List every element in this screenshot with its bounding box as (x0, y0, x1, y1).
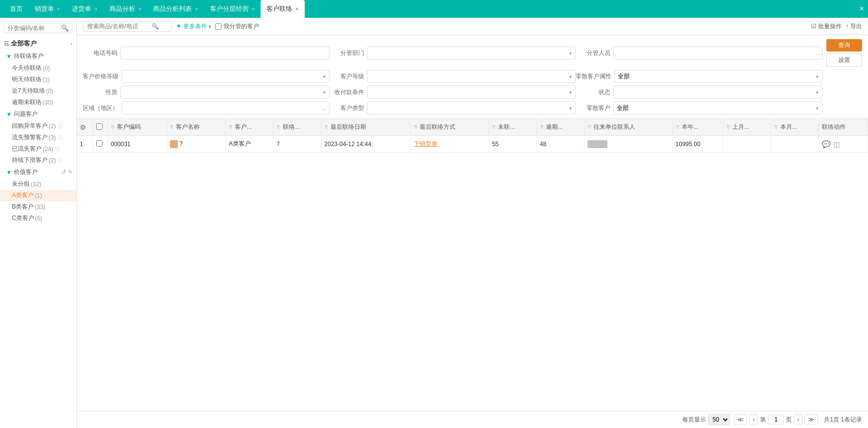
value-header-icons: ↺ ✎ (61, 169, 72, 175)
nav-product-analysis-list[interactable]: 商品分析列表 × (147, 0, 204, 18)
nature-select[interactable] (120, 86, 329, 99)
customer-table-wrap: ⚙ ⠿ 客户编码 ⠿ 客户名称 (77, 119, 868, 411)
repurchase-label: 回购异常客户 (12, 122, 48, 130)
query-button[interactable]: 查询 (826, 39, 862, 52)
th-last-contact-date[interactable]: ⠿ 最后联络日期 (321, 119, 410, 136)
th-contact-count[interactable]: ⠿ 联络... (273, 119, 321, 136)
page-input[interactable] (768, 415, 784, 425)
nav-customer-layer[interactable]: 客户分层经营 × (204, 0, 261, 18)
filter-search-input[interactable] (87, 23, 152, 30)
per-page-select[interactable]: 50 (708, 414, 730, 425)
nav-sales-close[interactable]: × (57, 6, 60, 12)
sidebar-item-7days[interactable]: 近7天待联络 (0) (0, 85, 76, 97)
retail-attr-label: 零散客户属性 (576, 72, 611, 81)
my-customer-checkbox[interactable] (215, 23, 221, 30)
th-overdue[interactable]: ⠿ 逾期... (537, 119, 584, 136)
problem-customers-group[interactable]: ▼ 问题客户 (0, 108, 76, 120)
batch-op-btn[interactable]: ☑ 批量操作 (811, 22, 842, 31)
sidebar-item-churned[interactable]: 已流失客户 (24) ⓘ (0, 143, 76, 155)
th-this-month[interactable]: ⠿ 本月... (771, 119, 818, 136)
th-company-contact[interactable]: ⠿ 往来单位联系人 (584, 119, 672, 136)
nav-product-analysis-list-label: 商品分析列表 (153, 4, 192, 13)
sidebar-item-churn-warning[interactable]: 流失预警客户 (3) ⓘ (0, 132, 76, 143)
filter-cell-person: 分管人员 ... (576, 47, 822, 59)
nav-purchase-close[interactable]: × (94, 6, 97, 12)
td-this-year: 10995.00 (672, 136, 723, 153)
first-page-btn[interactable]: ≪ (734, 415, 747, 425)
th-settings[interactable]: ⚙ (77, 119, 93, 136)
select-all-checkbox[interactable] (96, 123, 103, 130)
close-all-tabs[interactable]: × (860, 4, 864, 13)
retail-attr-select[interactable]: 全部 (614, 70, 822, 83)
payment-select[interactable] (367, 86, 576, 99)
chat-icon[interactable]: 💬 (822, 140, 830, 148)
region-input[interactable]: ... (121, 102, 329, 114)
price-level-select[interactable] (121, 70, 329, 83)
sidebar-item-class-c[interactable]: C类客户 (6) (0, 213, 76, 224)
sidebar-item-declining[interactable]: 持续下滑客户 (2) ⓘ (0, 155, 76, 166)
customer-level-select[interactable] (367, 70, 576, 83)
refresh-icon[interactable]: ↺ (61, 169, 66, 175)
customer-type-select[interactable] (367, 102, 576, 114)
prev-page-btn[interactable]: ‹ (749, 415, 758, 425)
th-action[interactable]: 联络动作 (818, 119, 868, 136)
th-customer-name[interactable]: ⠿ 客户名称 (166, 119, 225, 136)
payment-select-wrap: ▾ (367, 86, 576, 99)
nav-product-analysis-close[interactable]: × (138, 6, 141, 12)
sidebar-collapse-btn[interactable]: ‹ (70, 41, 72, 47)
sidebar-search-input[interactable] (7, 25, 61, 32)
nav-purchase[interactable]: 进货单 × (66, 0, 103, 18)
value-customers-group[interactable]: ▼ 价值客户 ↺ ✎ (0, 166, 76, 178)
last-contact-method-link[interactable]: 下销货单 (414, 140, 437, 147)
today-count: (0) (43, 65, 50, 72)
th-checkbox[interactable] (93, 119, 108, 136)
churned-label: 已流失客户 (12, 145, 42, 153)
7days-count: (0) (46, 88, 54, 95)
th-not-contacted[interactable]: ⠿ 未联... (489, 119, 537, 136)
person-input[interactable] (613, 47, 822, 59)
per-page-label: 每页显示 (682, 416, 706, 424)
th-customer-type[interactable]: ⠿ 客户... (225, 119, 273, 136)
th-last-month[interactable]: ⠿ 上月... (723, 119, 770, 136)
filter-more-btn[interactable]: ▼ 更多条件 ▾ (176, 22, 211, 31)
status-select[interactable] (613, 86, 822, 99)
sidebar-item-overdue[interactable]: 逾期未联络 (30) (0, 97, 76, 108)
table-settings-icon[interactable]: ⚙ (80, 123, 86, 131)
pending-contact-group[interactable]: ▼ 待联络客户 (0, 50, 76, 62)
export-btn[interactable]: ↑ 导出 (846, 22, 862, 31)
nav-sales[interactable]: 销货单 × (29, 0, 66, 18)
sidebar-item-repurchase-abnormal[interactable]: 回购异常客户 (2) ⓘ (0, 120, 76, 132)
region-dots: ... (321, 105, 326, 111)
all-customers-header[interactable]: ☷ 全部客户 ‹ (0, 37, 76, 50)
td-this-month (771, 136, 818, 153)
col-resizer-6: ⠿ (414, 124, 417, 130)
row-checkbox[interactable] (96, 140, 103, 147)
col-resizer-12: ⠿ (774, 124, 777, 130)
th-this-year[interactable]: ⠿ 本年... (672, 119, 723, 136)
sidebar-item-class-a[interactable]: A类客户 (1) (0, 190, 76, 201)
edit-icon[interactable]: ✎ (68, 169, 72, 175)
td-checkbox[interactable] (93, 136, 108, 153)
col-company-contact-label: 往来单位联系人 (594, 123, 635, 130)
sidebar-item-tomorrow[interactable]: 明天待联络 (1) (0, 74, 76, 85)
phone-input[interactable] (120, 47, 329, 59)
last-page-btn[interactable]: ≫ (805, 415, 818, 425)
next-page-btn[interactable]: › (794, 415, 803, 425)
col-resizer-4: ⠿ (276, 124, 280, 130)
qr-icon[interactable]: ◫ (833, 140, 840, 148)
settings-button[interactable]: 设置 (826, 54, 862, 67)
th-customer-code[interactable]: ⠿ 客户编码 (108, 119, 166, 136)
nav-customer-contact-close[interactable]: × (295, 6, 298, 12)
nav-product-analysis[interactable]: 商品分析 × (104, 0, 147, 18)
sidebar-item-unclassified[interactable]: 未分组 (32) (0, 178, 76, 190)
th-last-contact-method[interactable]: ⠿ 最后联络方式 (411, 119, 489, 136)
nav-customer-contact[interactable]: 客户联络 × (261, 0, 304, 18)
nav-home[interactable]: 首页 (4, 0, 29, 18)
sidebar-item-class-b[interactable]: B类客户 (33) (0, 201, 76, 213)
retail-customer-select[interactable]: 全部 (613, 102, 822, 114)
dept-select[interactable] (367, 47, 576, 59)
nav-customer-layer-close[interactable]: × (252, 6, 255, 12)
nav-product-analysis-list-close[interactable]: × (195, 6, 198, 12)
sidebar-item-today[interactable]: 今天待联络 (0) (0, 62, 76, 74)
td-last-contact-method[interactable]: 下销货单 (411, 136, 489, 153)
